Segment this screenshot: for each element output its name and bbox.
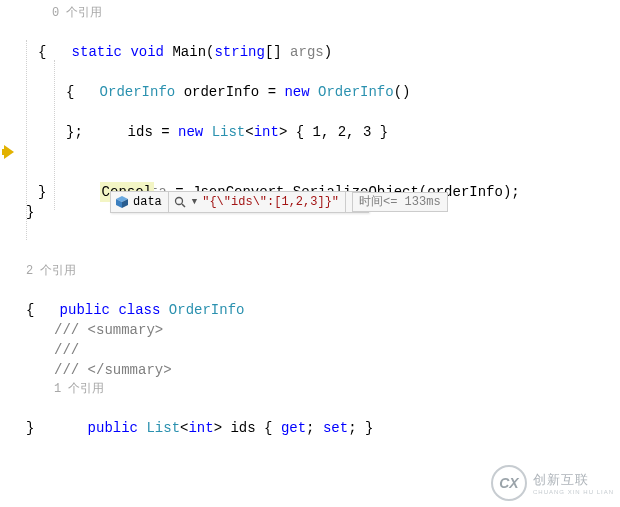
variable-icon — [115, 195, 129, 209]
code-line[interactable]: } — [8, 418, 620, 438]
datatip-value: "{\"ids\":[1,2,3]}" — [200, 195, 345, 209]
code-line[interactable]: public List<int> ids { get; set; } — [8, 398, 620, 418]
code-line[interactable]: public class OrderInfo — [8, 280, 620, 300]
blank-line — [8, 242, 620, 262]
code-line-current[interactable]: var data = JsonConvert.SerializeObject(o… — [8, 142, 620, 162]
code-line[interactable]: { — [8, 42, 620, 62]
blank-line — [8, 222, 620, 242]
svg-line-4 — [182, 204, 185, 207]
perftip-op: <= — [383, 195, 405, 209]
watermark: CX 创新互联 CHUANG XIN HU LIAN — [491, 465, 614, 501]
debug-datatip[interactable]: data ▼ "{\"ids\":[1,2,3]}" — [110, 191, 369, 213]
indent-guide — [54, 60, 55, 210]
visualizer-button[interactable] — [169, 196, 191, 208]
watermark-subtext: CHUANG XIN HU LIAN — [533, 489, 614, 495]
datatip-variable: data — [133, 195, 168, 209]
code-line[interactable]: static void Main(string[] args) — [8, 22, 620, 42]
doc-comment: /// </summary> — [54, 362, 172, 378]
perftip-value: 133ms — [405, 195, 441, 209]
perf-tip[interactable]: 时间<= 133ms — [352, 192, 448, 212]
code-line[interactable]: ids = new List<int> { 1, 2, 3 } — [8, 102, 620, 122]
code-line[interactable]: { — [8, 300, 620, 320]
visualizer-dropdown-icon[interactable]: ▼ — [191, 197, 200, 207]
codelens-ids[interactable]: 1 个引用 — [8, 380, 620, 398]
perftip-label: 时间 — [359, 195, 383, 209]
watermark-logo: CX — [491, 465, 527, 501]
codelens-main[interactable]: 0 个引用 — [8, 4, 620, 22]
code-line[interactable]: /// — [8, 340, 620, 360]
watermark-text: 创新互联 — [533, 471, 614, 489]
code-line[interactable]: /// </summary> — [8, 360, 620, 380]
code-line[interactable]: OrderInfo orderInfo = new OrderInfo() — [8, 62, 620, 82]
code-line[interactable]: }; — [8, 122, 620, 142]
svg-point-3 — [175, 198, 182, 205]
code-line[interactable]: /// <summary> — [8, 320, 620, 340]
codelens-class[interactable]: 2 个引用 — [8, 262, 620, 280]
doc-comment: /// — [54, 342, 88, 358]
code-line[interactable]: { — [8, 82, 620, 102]
code-line[interactable]: Consol — [8, 162, 620, 182]
doc-comment: /// <summary> — [54, 322, 163, 338]
code-editor[interactable]: 0 个引用 static void Main(string[] args) { … — [0, 0, 620, 442]
indent-guide — [26, 40, 27, 240]
current-statement-arrow-icon — [4, 145, 14, 159]
